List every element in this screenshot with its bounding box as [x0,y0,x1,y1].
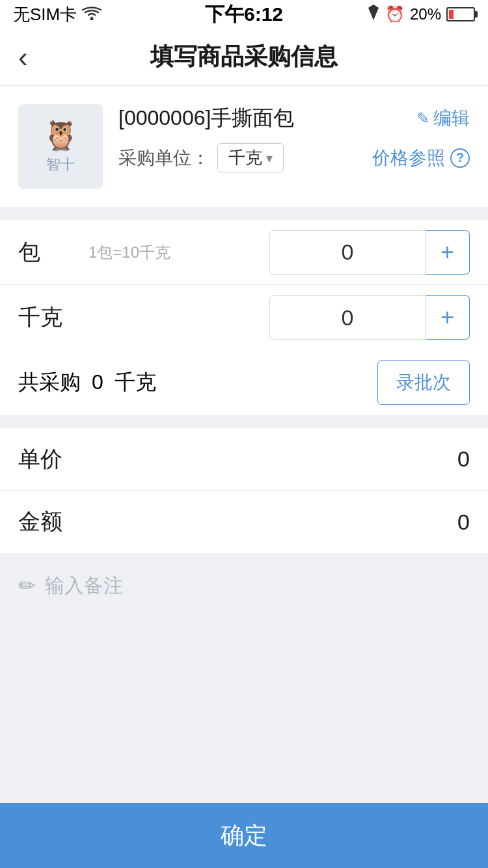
back-button[interactable]: ‹ [18,43,28,72]
summary-value: 0 [92,370,103,394]
status-time: 下午6:12 [205,1,283,28]
unit-select[interactable]: 千克 ▾ [217,143,284,172]
divider-2 [0,415,488,428]
input-section: 包 1包=10千克 + 千克 + [0,220,488,350]
summary-row: 共采购 0 千克 录批次 [0,350,488,415]
product-header: [0000006]手撕面包 ✎ 编辑 [118,104,470,133]
summary-suffix: 千克 [115,370,156,394]
unit-value: 千克 [228,146,262,169]
svg-point-0 [90,17,94,20]
battery-icon [446,7,475,21]
kg-plus-button[interactable]: + [426,295,470,340]
input-row-bag: 包 1包=10千克 + [0,220,488,285]
price-ref-icon: ? [450,148,470,168]
remark-section[interactable]: ✏ 输入备注 [0,553,488,618]
product-unit-row: 采购单位： 千克 ▾ 价格参照 ? [118,143,470,172]
input-control-kg: + [269,295,470,340]
remark-placeholder: 输入备注 [45,573,123,599]
unit-price-label: 单价 [18,444,62,474]
page-title: 填写商品采购信息 [150,41,338,73]
info-row-amount: 金额 0 [0,491,488,553]
carrier-text: 无SIM卡 [13,3,77,26]
bag-quantity-input[interactable] [269,230,426,275]
bottom-area [0,618,488,813]
info-row-unit-price: 单价 0 [0,428,488,491]
price-ref-button[interactable]: 价格参照 ? [372,146,470,170]
price-ref-label: 价格参照 [372,146,445,170]
product-image: 🦉 智十 [18,104,103,189]
input-sublabel-bag: 1包=10千克 [88,242,170,263]
info-section: 单价 0 金额 0 [0,428,488,553]
bag-plus-button[interactable]: + [426,230,470,275]
status-right: ⏰ 20% [367,5,475,24]
amount-label: 金额 [18,507,62,537]
pencil-icon: ✏ [18,573,36,598]
unit-price-value: 0 [457,446,470,472]
product-icon-label: 智十 [46,155,75,174]
input-label-kg: 千克 [18,303,83,332]
summary-text: 共采购 0 千克 [18,368,156,397]
input-control-bag: + [269,230,470,275]
product-name: [0000006]手撕面包 [118,104,294,133]
alarm-icon: ⏰ [385,5,405,23]
record-batch-button[interactable]: 录批次 [377,360,470,405]
battery-percent: 20% [410,5,441,23]
location-icon [367,5,380,24]
kg-quantity-input[interactable] [269,295,426,340]
summary-prefix: 共采购 [18,370,81,394]
edit-label: 编辑 [433,106,470,131]
confirm-button[interactable]: 确定 [0,803,488,868]
wifi-icon [82,5,102,25]
unit-label: 采购单位： 千克 ▾ [118,143,284,172]
summary-section: 共采购 0 千克 录批次 [0,350,488,415]
product-info: [0000006]手撕面包 ✎ 编辑 采购单位： 千克 ▾ 价格参照 ? [118,104,470,172]
divider-1 [0,207,488,220]
status-bar: 无SIM卡 下午6:12 ⏰ 20% [0,0,488,29]
product-card: 🦉 智十 [0000006]手撕面包 ✎ 编辑 采购单位： 千克 ▾ [0,86,488,207]
status-left: 无SIM卡 [13,3,102,26]
amount-value: 0 [457,509,470,535]
product-icon: 🦉 [43,118,79,152]
edit-icon: ✎ [416,109,429,128]
nav-bar: ‹ 填写商品采购信息 [0,29,488,86]
input-row-kg: 千克 + [0,285,488,350]
input-label-bag: 包 [18,237,83,267]
edit-button[interactable]: ✎ 编辑 [416,106,470,131]
dropdown-arrow-icon: ▾ [266,150,273,166]
